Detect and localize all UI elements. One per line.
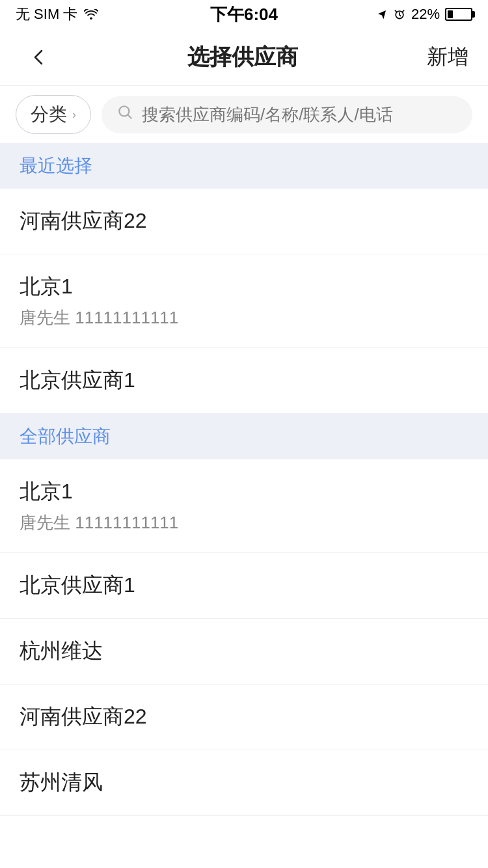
recent-section-header: 最近选择 <box>0 143 488 189</box>
location-icon <box>376 8 388 20</box>
category-button[interactable]: 分类 › <box>16 95 91 134</box>
battery-icon <box>445 8 472 21</box>
status-bar: 无 SIM 卡 下午6:04 22% <box>0 0 488 29</box>
item-name: 北京供应商1 <box>20 571 468 600</box>
list-item[interactable]: 苏州清风 <box>0 750 488 816</box>
all-list: 北京1唐先生 11111111111北京供应商1杭州维达河南供应商22苏州清风 <box>0 459 488 816</box>
item-name: 河南供应商22 <box>20 207 468 236</box>
status-time: 下午6:04 <box>210 3 278 26</box>
add-button[interactable]: 新增 <box>427 43 468 72</box>
list-item[interactable]: 杭州维达 <box>0 619 488 685</box>
alarm-icon <box>393 8 406 21</box>
recent-list: 河南供应商22北京1唐先生 11111111111北京供应商1 <box>0 189 488 414</box>
list-item[interactable]: 北京供应商1 <box>0 348 488 414</box>
back-button[interactable] <box>20 38 59 77</box>
page-title: 选择供应商 <box>187 42 298 72</box>
search-icon <box>117 104 134 126</box>
item-name: 杭州维达 <box>20 637 468 666</box>
status-left: 无 SIM 卡 <box>16 5 98 24</box>
list-item[interactable]: 河南供应商22 <box>0 685 488 750</box>
search-box[interactable] <box>102 96 472 133</box>
status-right: 22% <box>376 6 472 23</box>
recent-section-label: 最近选择 <box>20 156 92 176</box>
item-name: 北京1 <box>20 273 468 301</box>
no-sim-label: 无 SIM 卡 <box>16 5 77 24</box>
item-sub: 唐先生 11111111111 <box>20 511 468 534</box>
nav-bar: 选择供应商 新增 <box>0 29 488 86</box>
list-item[interactable]: 河南供应商22 <box>0 189 488 254</box>
category-label: 分类 <box>31 102 67 127</box>
all-section-header: 全部供应商 <box>0 414 488 459</box>
wifi-icon <box>84 9 98 20</box>
all-section-label: 全部供应商 <box>20 426 111 446</box>
item-name: 河南供应商22 <box>20 703 468 731</box>
back-icon <box>30 48 48 66</box>
battery-percent: 22% <box>411 6 440 23</box>
item-sub: 唐先生 11111111111 <box>20 306 468 329</box>
filter-bar: 分类 › <box>0 86 488 143</box>
chevron-right-icon: › <box>72 108 76 122</box>
list-item[interactable]: 北京1唐先生 11111111111 <box>0 459 488 553</box>
list-item[interactable]: 北京供应商1 <box>0 553 488 619</box>
item-name: 北京供应商1 <box>20 366 468 395</box>
item-name: 北京1 <box>20 478 468 506</box>
list-item[interactable]: 北京1唐先生 11111111111 <box>0 254 488 348</box>
search-input[interactable] <box>142 105 457 125</box>
item-name: 苏州清风 <box>20 768 468 797</box>
